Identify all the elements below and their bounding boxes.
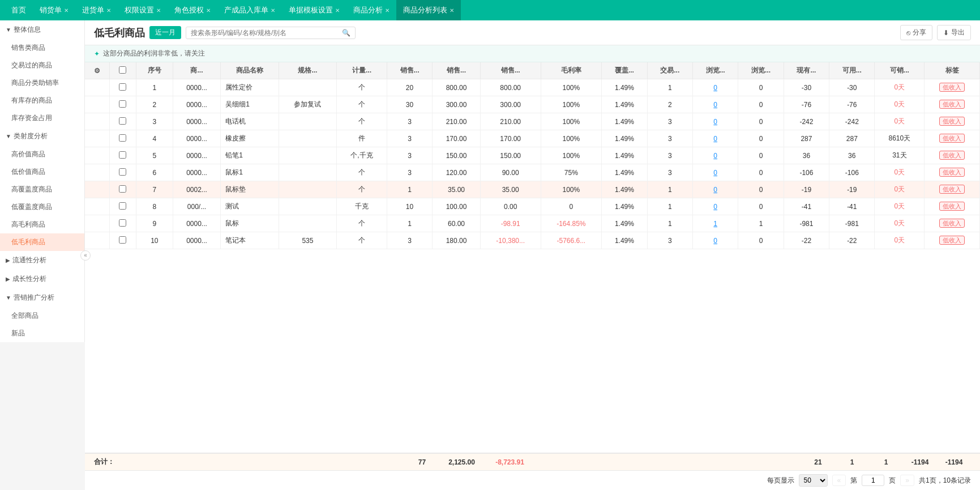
- row-select-checkbox[interactable]: [119, 151, 126, 159]
- col-coverage: 覆盖...: [602, 62, 647, 79]
- row-tag: 低收入: [925, 147, 980, 164]
- nav-home[interactable]: 首页: [5, 0, 33, 20]
- nav-roles[interactable]: 角色授权 ✕: [168, 0, 217, 20]
- close-template-icon[interactable]: ✕: [335, 7, 340, 14]
- row-sales-profit: -98.91: [480, 215, 541, 232]
- row-select-checkbox[interactable]: [119, 83, 126, 91]
- row-spec: [279, 164, 336, 181]
- col-available: 可用...: [829, 62, 875, 79]
- sidebar-collapse-button[interactable]: «: [80, 250, 91, 261]
- footer-available: -1194: [937, 458, 971, 466]
- sidebar-item-high-value[interactable]: 高价值商品: [0, 146, 84, 163]
- row-days: 0天: [875, 79, 925, 96]
- close-sales-icon[interactable]: ✕: [64, 7, 69, 14]
- col-settings[interactable]: ⚙: [85, 62, 109, 79]
- page-size-select[interactable]: 10 20 50 100: [799, 474, 828, 487]
- row-select-checkbox[interactable]: [119, 168, 126, 176]
- sidebar-item-new-products[interactable]: 新品: [0, 325, 84, 342]
- pagination-bar: 每页显示 10 20 50 100 « 第 页 » 共1页，10条记录: [85, 470, 980, 490]
- row-tag: 低收入: [925, 113, 980, 130]
- nav-permissions[interactable]: 权限设置 ✕: [118, 0, 168, 20]
- row-sales-profit: 300.00: [480, 96, 541, 113]
- search-input[interactable]: [191, 29, 342, 37]
- sidebar-section-marketing[interactable]: ▼ 营销推广分析: [0, 288, 84, 307]
- col-sales-profit: 销售...: [480, 62, 541, 79]
- sidebar-section-leisi[interactable]: ▼ 类射度分析: [0, 127, 84, 146]
- nav-template[interactable]: 单据模板设置 ✕: [282, 0, 346, 20]
- footer-views2: 1: [869, 458, 903, 466]
- row-name: 电话机: [221, 113, 279, 130]
- row-select-checkbox[interactable]: [119, 219, 126, 227]
- close-product-entry-icon[interactable]: ✕: [271, 7, 275, 14]
- row-days: 0天: [875, 198, 925, 215]
- sidebar-item-low-value[interactable]: 低价值商品: [0, 163, 84, 181]
- row-sales-amt: 60.00: [433, 215, 481, 232]
- sidebar-item-low-margin[interactable]: 低毛利商品: [0, 233, 84, 251]
- row-gross-rate: -164.85%: [541, 215, 602, 232]
- row-name: 橡皮擦: [221, 130, 279, 147]
- sidebar-item-all-products[interactable]: 全部商品: [0, 307, 84, 325]
- sidebar-item-sales-products[interactable]: 销售类商品: [0, 39, 84, 57]
- row-spec: [279, 215, 336, 232]
- select-all-checkbox[interactable]: [119, 66, 126, 74]
- table-row: 6 0000... 鼠标1 个 3 120.00 90.00 75% 1.49%…: [85, 164, 980, 181]
- row-name: 笔记本: [221, 232, 279, 249]
- close-analysis-list-icon[interactable]: ✕: [450, 7, 454, 14]
- close-purchase-icon[interactable]: ✕: [106, 7, 111, 14]
- nav-sales[interactable]: 销货单 ✕: [33, 0, 75, 20]
- row-sales-amt: 180.00: [433, 232, 481, 249]
- row-views2: 0: [738, 79, 784, 96]
- next-page-button[interactable]: »: [900, 475, 914, 486]
- arrow-marketing-icon: ▼: [6, 295, 11, 301]
- row-coverage: 1.49%: [602, 130, 647, 147]
- share-button[interactable]: ⎋ 分享: [900, 25, 932, 40]
- row-select-checkbox[interactable]: [119, 185, 126, 193]
- nav-product-analysis[interactable]: 商品分析 ✕: [346, 0, 396, 20]
- row-select-checkbox[interactable]: [119, 236, 126, 244]
- col-transactions: 交易...: [647, 62, 692, 79]
- sidebar-section-growth[interactable]: ▶ 成长性分析: [0, 270, 84, 288]
- row-stock: -22: [784, 232, 829, 249]
- close-roles-icon[interactable]: ✕: [206, 7, 211, 14]
- row-sales-amt: 100.00: [433, 198, 481, 215]
- nav-product-entry[interactable]: 产成品入库单 ✕: [217, 0, 282, 20]
- row-checkbox: [109, 130, 136, 147]
- arrow-overall-icon: ▼: [6, 27, 11, 33]
- row-select-checkbox[interactable]: [119, 117, 126, 125]
- sidebar-item-capital[interactable]: 库存资金占用: [0, 109, 84, 127]
- row-code: 0000...: [173, 79, 221, 96]
- sidebar-section-overall[interactable]: ▼ 整体信息: [0, 20, 84, 39]
- row-gross-rate: 0: [541, 198, 602, 215]
- row-select-checkbox[interactable]: [119, 100, 126, 108]
- close-permissions-icon[interactable]: ✕: [156, 7, 161, 14]
- row-select-checkbox[interactable]: [119, 202, 126, 210]
- table-row: 4 0000... 橡皮擦 件 3 170.00 170.00 100% 1.4…: [85, 130, 980, 147]
- row-name: 吴细细1: [221, 96, 279, 113]
- page-label: 第: [850, 476, 857, 485]
- page-number-input[interactable]: [862, 475, 884, 486]
- close-product-analysis-icon[interactable]: ✕: [385, 7, 390, 14]
- row-name: 鼠标1: [221, 164, 279, 181]
- sidebar-item-stock-products[interactable]: 有库存的商品: [0, 92, 84, 109]
- export-button[interactable]: ⬇ 导出: [937, 25, 971, 40]
- sidebar-item-high-margin[interactable]: 高毛利商品: [0, 216, 84, 233]
- col-spec: 规格...: [279, 62, 336, 79]
- row-available: -242: [829, 113, 875, 130]
- prev-page-button[interactable]: «: [832, 475, 846, 486]
- sidebar-item-low-coverage[interactable]: 低覆盖度商品: [0, 198, 84, 216]
- sidebar-item-category-rate[interactable]: 商品分类助销率: [0, 74, 84, 92]
- row-spec: [279, 147, 336, 164]
- search-icon[interactable]: 🔍: [342, 29, 350, 37]
- share-icon: ⎋: [906, 29, 910, 37]
- row-sales-amt: 120.00: [433, 164, 481, 181]
- nav-purchase[interactable]: 进货单 ✕: [75, 0, 118, 20]
- row-code: 0000...: [173, 96, 221, 113]
- sidebar-item-traded-products[interactable]: 交易过的商品: [0, 57, 84, 74]
- sidebar-item-high-coverage[interactable]: 高覆盖度商品: [0, 181, 84, 198]
- nav-product-analysis-list[interactable]: 商品分析列表 ✕: [396, 0, 461, 20]
- sidebar-section-circulation[interactable]: ▶ 流通性分析: [0, 251, 84, 270]
- row-select-checkbox[interactable]: [119, 134, 126, 142]
- row-sales-profit: 800.00: [480, 79, 541, 96]
- date-filter-button[interactable]: 近一月: [149, 26, 181, 39]
- row-tag: 低收入: [925, 130, 980, 147]
